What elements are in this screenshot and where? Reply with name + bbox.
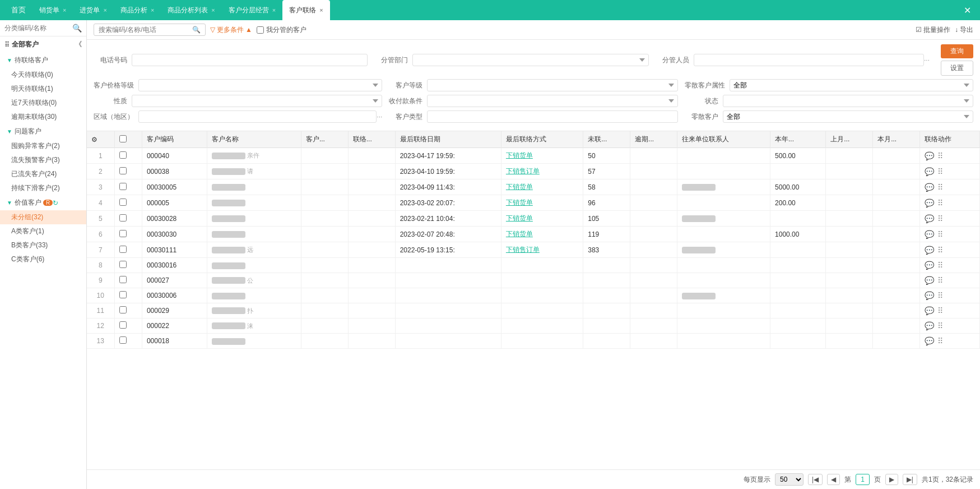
sidebar-item-class-b[interactable]: B类客户(33) <box>0 238 86 252</box>
row-last-method[interactable] <box>501 258 583 273</box>
nature-select[interactable] <box>132 95 382 107</box>
query-button[interactable]: 查询 <box>941 44 973 58</box>
row-last-method[interactable]: 下销货单 <box>501 179 583 195</box>
message-icon[interactable]: 💬 <box>925 276 934 285</box>
region-input[interactable] <box>138 110 377 123</box>
message-icon[interactable]: 💬 <box>925 321 934 330</box>
grid-action-icon[interactable]: ⠿ <box>937 321 943 330</box>
search-icon[interactable]: 🔍 <box>192 26 201 34</box>
dept-select[interactable] <box>412 54 648 66</box>
phone-input[interactable] <box>132 54 368 66</box>
row-last-method[interactable]: 下销货单 <box>501 148 583 164</box>
message-icon[interactable]: 💬 <box>925 183 934 192</box>
row-checkbox[interactable] <box>114 258 142 273</box>
customer-level-select[interactable] <box>427 79 677 91</box>
row-checkbox[interactable] <box>114 334 142 349</box>
grid-action-icon[interactable]: ⠿ <box>937 336 943 345</box>
row-checkbox[interactable] <box>114 303 142 319</box>
message-icon[interactable]: 💬 <box>925 151 934 160</box>
row-last-method[interactable]: 下销货单 <box>501 211 583 227</box>
row-last-method[interactable]: 下销售订单 <box>501 242 583 258</box>
grid-action-icon[interactable]: ⠿ <box>937 246 943 255</box>
message-icon[interactable]: 💬 <box>925 167 934 176</box>
close-icon[interactable]: × <box>63 7 66 13</box>
row-last-method[interactable] <box>501 319 583 334</box>
sidebar-group-待联络客户[interactable]: ▼ 待联络客户 <box>0 53 86 68</box>
sidebar-group-问题客户[interactable]: ▼ 问题客户 <box>0 124 86 139</box>
nav-tab-商品分析列表[interactable]: 商品分析列表 × <box>161 0 221 20</box>
status-select[interactable] <box>723 95 973 107</box>
grid-action-icon[interactable]: ⠿ <box>937 261 943 270</box>
row-last-method[interactable]: 下销货单 <box>501 195 583 211</box>
close-icon[interactable]: × <box>211 7 215 13</box>
row-checkbox[interactable] <box>114 164 142 179</box>
sidebar-all-customers[interactable]: ⠿ 全部客户 《 <box>0 36 86 53</box>
row-last-method[interactable] <box>501 273 583 288</box>
message-icon[interactable]: 💬 <box>925 261 934 270</box>
nav-tab-客户联络[interactable]: 客户联络 × <box>282 0 329 20</box>
nav-tab-销货单[interactable]: 销货单 × <box>32 0 73 20</box>
retail-attr-select[interactable]: 全部 <box>730 79 973 91</box>
message-icon[interactable]: 💬 <box>925 291 934 300</box>
last-page-btn[interactable]: ▶| <box>903 474 917 485</box>
row-last-method[interactable]: 下销售订单 <box>501 164 583 179</box>
row-last-method[interactable] <box>501 303 583 319</box>
row-checkbox[interactable] <box>114 288 142 303</box>
sidebar-item-declining[interactable]: 持续下滑客户(2) <box>0 181 86 195</box>
row-last-method[interactable] <box>501 334 583 349</box>
sidebar-item-ungrouped[interactable]: 未分组(32) <box>0 210 86 224</box>
grid-action-icon[interactable]: ⠿ <box>937 230 943 239</box>
nav-tab-进货单[interactable]: 进货单 × <box>73 0 113 20</box>
sidebar-item-class-a[interactable]: A类客户(1) <box>0 224 86 238</box>
message-icon[interactable]: 💬 <box>925 214 934 223</box>
my-customers-checkbox[interactable] <box>257 26 264 34</box>
payment-select[interactable] <box>427 95 677 107</box>
collapse-icon[interactable]: 《 <box>75 40 82 49</box>
grid-action-icon[interactable]: ⠿ <box>937 291 943 300</box>
select-all-checkbox[interactable] <box>119 135 127 142</box>
message-icon[interactable]: 💬 <box>925 246 934 255</box>
page-size-select[interactable]: 50 100 <box>775 473 803 486</box>
grid-action-icon[interactable]: ⠿ <box>937 167 943 176</box>
row-checkbox[interactable] <box>114 227 142 242</box>
grid-action-icon[interactable]: ⠿ <box>937 151 943 160</box>
sidebar-search-icon[interactable]: 🔍 <box>72 24 82 33</box>
sidebar-item-churn-warning[interactable]: 流失预警客户(3) <box>0 153 86 167</box>
message-icon[interactable]: 💬 <box>925 336 934 345</box>
batch-ops-btn[interactable]: ☑ 批量操作 <box>916 25 950 35</box>
settings-icon[interactable]: ⚙ <box>91 136 97 144</box>
manager-more-icon[interactable]: ··· <box>924 56 930 64</box>
prev-page-btn[interactable]: ◀ <box>827 474 840 485</box>
sidebar-item-overdue[interactable]: 逾期未联络(30) <box>0 110 86 124</box>
row-last-method[interactable]: 下销货单 <box>501 227 583 242</box>
next-page-btn[interactable]: ▶ <box>885 474 898 485</box>
reset-button[interactable]: 设置 <box>941 61 973 76</box>
message-icon[interactable]: 💬 <box>925 199 934 207</box>
grid-action-icon[interactable]: ⠿ <box>937 183 943 192</box>
row-checkbox[interactable] <box>114 211 142 227</box>
sidebar-item-abnormal[interactable]: 囤购异常客户(2) <box>0 139 86 153</box>
more-conditions-btn[interactable]: ▽ 更多条件 ▲ <box>210 25 252 35</box>
first-page-btn[interactable]: |◀ <box>808 474 823 485</box>
row-checkbox[interactable] <box>114 179 142 195</box>
manager-input[interactable] <box>694 54 924 66</box>
close-icon[interactable]: × <box>319 7 323 13</box>
price-level-select[interactable] <box>138 79 382 91</box>
nav-home[interactable]: 首页 <box>4 5 32 15</box>
grid-action-icon[interactable]: ⠿ <box>937 306 943 315</box>
sidebar-item-class-c[interactable]: C类客户(6) <box>0 252 86 266</box>
search-input[interactable] <box>99 26 192 34</box>
close-icon[interactable]: × <box>103 7 106 13</box>
th-settings[interactable]: ⚙ <box>87 131 114 148</box>
message-icon[interactable]: 💬 <box>925 306 934 315</box>
row-checkbox[interactable] <box>114 242 142 258</box>
nav-tab-商品分析[interactable]: 商品分析 × <box>114 0 161 20</box>
row-checkbox[interactable] <box>114 195 142 211</box>
close-icon[interactable]: × <box>272 7 276 13</box>
sidebar-group-价值客户[interactable]: ▼ 价值客户 R ↻ <box>0 195 86 210</box>
window-close-button[interactable]: ✕ <box>959 5 976 16</box>
row-checkbox[interactable] <box>114 148 142 164</box>
region-more-icon[interactable]: ··· <box>377 113 382 121</box>
retail-customer-select[interactable]: 全部 <box>723 110 973 123</box>
row-last-method[interactable] <box>501 288 583 303</box>
